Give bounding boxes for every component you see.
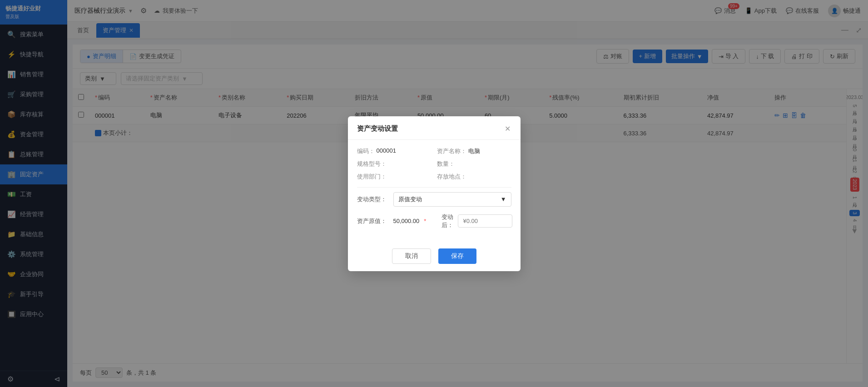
- after-label: 变动后：: [431, 213, 453, 229]
- modal-info-grid: 编码： 000001 资产名称： 电脑 规格型号： 数量： 使用部门：: [357, 147, 511, 181]
- change-type-arrow: ▼: [501, 196, 506, 203]
- asset-value-display: 50,000.00: [393, 218, 420, 224]
- modal-title: 资产变动设置: [357, 124, 398, 133]
- modal-divider: [357, 187, 511, 188]
- save-btn[interactable]: 保存: [438, 248, 476, 264]
- modal-header: 资产变动设置 ✕: [348, 116, 521, 140]
- modal-asset-name: 资产名称： 电脑: [437, 147, 511, 155]
- modal-quantity: 数量：: [437, 160, 511, 168]
- asset-value-label: 资产原值：: [357, 217, 389, 225]
- change-type-row: 变动类型： 原值变动 ▼: [357, 192, 511, 207]
- required-star: *: [424, 218, 426, 224]
- modal-overlay: 资产变动设置 ✕ 编码： 000001 资产名称： 电脑 规格型号： 数量：: [0, 0, 868, 387]
- modal-dept: 使用部门：: [357, 173, 432, 181]
- cancel-btn[interactable]: 取消: [392, 248, 431, 264]
- change-type-label: 变动类型：: [357, 195, 389, 203]
- modal-code-value: 000001: [377, 147, 396, 155]
- change-type-select[interactable]: 原值变动 ▼: [393, 192, 511, 207]
- modal-model: 规格型号：: [357, 160, 432, 168]
- asset-change-modal: 资产变动设置 ✕ 编码： 000001 资产名称： 电脑 规格型号： 数量：: [348, 116, 521, 271]
- change-type-value: 原值变动: [398, 195, 422, 203]
- modal-footer: 取消 保存: [348, 243, 521, 271]
- modal-code: 编码： 000001: [357, 147, 432, 155]
- modal-location: 存放地点：: [437, 173, 511, 181]
- modal-close-btn[interactable]: ✕: [504, 124, 511, 134]
- asset-value-row: 资产原值： 50,000.00 * 变动后：: [357, 213, 511, 229]
- after-value-input[interactable]: [458, 214, 512, 228]
- modal-name-value: 电脑: [468, 147, 480, 155]
- modal-body: 编码： 000001 资产名称： 电脑 规格型号： 数量： 使用部门：: [348, 140, 521, 243]
